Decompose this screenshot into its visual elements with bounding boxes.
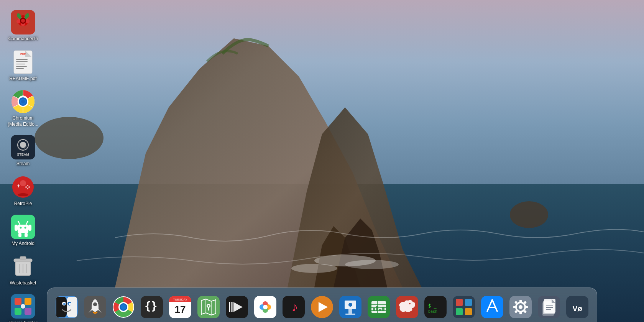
- svg-rect-141: [465, 299, 472, 306]
- desktop-icons: CommanderPi PDF README.pdf: [4, 8, 42, 322]
- svg-point-123: [348, 303, 352, 307]
- desktop-icon-wastebasket[interactable]: Wastebasket: [4, 252, 42, 289]
- svg-point-55: [20, 227, 22, 228]
- appstore-icon: [481, 296, 503, 318]
- dock-item-finalcut[interactable]: [223, 294, 250, 320]
- readme-label: README.pdf: [9, 76, 36, 82]
- dock-item-maps[interactable]: [195, 294, 222, 320]
- themetwister-label: ThemeTwister: [8, 320, 37, 322]
- dock-item-mikutter[interactable]: [394, 294, 421, 320]
- svg-rect-80: [67, 297, 77, 317]
- svg-rect-73: [25, 298, 31, 305]
- svg-text:{}: {}: [145, 300, 158, 312]
- svg-text:$ _: $ _: [428, 303, 437, 309]
- svg-point-2: [34, 117, 104, 159]
- desktop-icon-myandroid[interactable]: My Android: [4, 212, 42, 249]
- dock-item-quicklook[interactable]: [536, 294, 562, 320]
- svg-point-15: [16, 20, 20, 23]
- svg-text:TUESDAY: TUESDAY: [173, 298, 187, 301]
- retropie-label: RetroPie: [14, 201, 32, 207]
- finalcut-icon: [226, 296, 248, 318]
- svg-point-104: [208, 305, 210, 307]
- svg-point-92: [121, 304, 126, 310]
- svg-text:STEAM: STEAM: [17, 153, 29, 156]
- wallpaper: [0, 0, 644, 322]
- dock-item-numbers[interactable]: [365, 294, 392, 320]
- svg-point-88: [93, 302, 97, 306]
- music-icon: ♪: [283, 296, 305, 318]
- steam-label: Steam: [16, 161, 30, 167]
- svg-point-135: [409, 303, 411, 304]
- svg-rect-150: [519, 311, 522, 314]
- dock-item-sysprefs[interactable]: [507, 294, 534, 320]
- svg-rect-140: [456, 299, 463, 306]
- chrome-icon: [112, 296, 135, 318]
- svg-point-114: [263, 305, 268, 309]
- svg-point-10: [345, 260, 399, 269]
- dock-item-photos[interactable]: [252, 294, 279, 320]
- svg-point-48: [27, 185, 28, 186]
- desktop-icon-chromium[interactable]: Chromium(Media Editio...: [4, 87, 42, 130]
- svg-rect-75: [25, 308, 31, 315]
- dock-item-finder[interactable]: [53, 294, 80, 320]
- infuse-icon: [311, 296, 333, 318]
- photos-icon: [254, 296, 276, 318]
- svg-rect-27: [16, 68, 24, 69]
- desktop-icon-themetwister[interactable]: ThemeTwister: [4, 292, 42, 322]
- chromium-label: Chromium(Media Editio...: [8, 115, 38, 127]
- svg-point-76: [21, 304, 25, 309]
- dock: {} 17 TUESDAY: [47, 288, 597, 322]
- dock-item-keynote[interactable]: [337, 294, 364, 320]
- dock-item-terminal[interactable]: $ _ bash: [422, 294, 449, 320]
- desktop-icon-steam[interactable]: STEAM Steam: [4, 133, 42, 169]
- svg-rect-23: [16, 59, 28, 60]
- svg-text:Vø: Vø: [572, 304, 582, 313]
- svg-rect-26: [16, 66, 27, 67]
- launchpad-icon: [84, 296, 106, 318]
- dock-item-infuse[interactable]: [309, 294, 335, 320]
- svg-rect-47: [18, 184, 19, 187]
- script-editor-icon: {}: [141, 296, 163, 318]
- dock-item-chrome[interactable]: [110, 294, 137, 320]
- svg-rect-54: [18, 225, 28, 233]
- maps-icon: [197, 296, 220, 318]
- svg-point-45: [20, 180, 26, 186]
- svg-rect-142: [456, 308, 463, 315]
- dock-item-calendar[interactable]: 17 TUESDAY: [167, 294, 194, 320]
- veeer-icon: Vø: [566, 296, 588, 318]
- dock-item-mosaic[interactable]: [450, 294, 477, 320]
- svg-point-42: [20, 142, 26, 148]
- dock-item-script-editor[interactable]: {}: [138, 294, 165, 320]
- desktop-icon-retropie[interactable]: RetroPie: [4, 172, 42, 209]
- svg-rect-152: [525, 306, 528, 308]
- svg-rect-64: [28, 225, 31, 231]
- svg-rect-74: [15, 308, 21, 315]
- dock-item-veeer[interactable]: Vø: [564, 294, 591, 320]
- svg-point-50: [28, 186, 30, 188]
- svg-point-60: [27, 221, 28, 222]
- desktop-icon-commanderpi[interactable]: CommanderPi: [4, 8, 42, 44]
- svg-point-5: [510, 201, 548, 228]
- svg-rect-149: [519, 300, 522, 303]
- dock-item-appstore[interactable]: [479, 294, 506, 320]
- svg-rect-78: [56, 297, 67, 317]
- dock-item-launchpad[interactable]: [82, 294, 108, 320]
- dock-item-music[interactable]: ♪: [280, 294, 307, 320]
- svg-rect-63: [15, 225, 18, 231]
- svg-rect-130: [373, 308, 375, 311]
- svg-point-52: [18, 193, 28, 196]
- svg-rect-72: [15, 298, 21, 305]
- svg-point-9: [291, 264, 337, 273]
- svg-point-16: [26, 20, 30, 23]
- svg-point-49: [25, 186, 27, 188]
- svg-point-148: [519, 305, 522, 309]
- svg-rect-122: [345, 314, 355, 315]
- svg-point-39: [21, 100, 25, 104]
- desktop-icon-readme[interactable]: PDF README.pdf: [4, 48, 42, 84]
- svg-rect-133: [382, 307, 384, 311]
- quicklook-icon: [538, 296, 560, 318]
- numbers-icon: [368, 296, 390, 318]
- svg-point-21: [21, 19, 25, 23]
- sysprefs-icon: [509, 296, 532, 318]
- svg-text:bash: bash: [428, 309, 437, 314]
